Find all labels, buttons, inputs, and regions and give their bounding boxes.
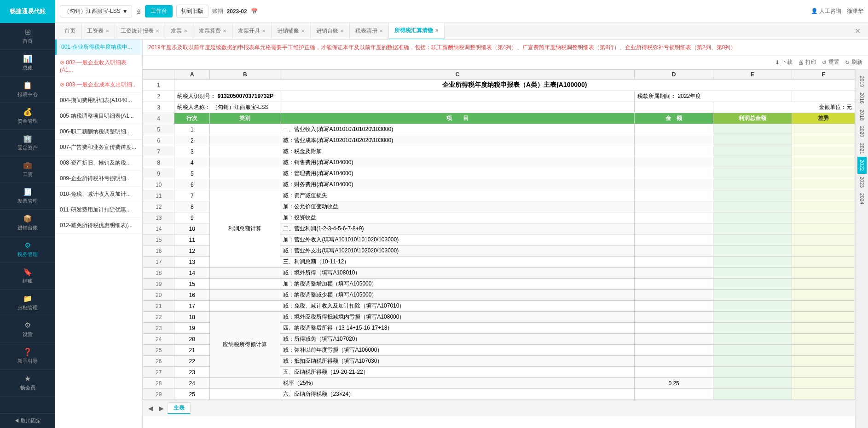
company-selector[interactable]: （勾销）江西服宝-LSS ▼ (60, 5, 132, 17)
row-num-3: 3 (143, 102, 174, 113)
left-panel-item-004[interactable]: 004-期间费用明细表(A1040... (55, 93, 142, 108)
tab-invoice-calc[interactable]: 发票算费 ✕ (193, 23, 232, 40)
year-2022[interactable]: 2022 (857, 157, 867, 173)
sidebar-item-tax[interactable]: ⚙ 税务管理 (0, 236, 55, 263)
tab-label: 发票开具 (238, 27, 260, 35)
tab-close-icon[interactable]: ✕ (105, 29, 109, 34)
col-c: C (280, 70, 635, 80)
col-e: E (713, 70, 792, 80)
left-panel-item-012[interactable]: 012-减免所得税优惠明细表(... (55, 218, 142, 234)
sidebar-item-close[interactable]: 🔖 结账 (0, 263, 55, 290)
sidebar-unpin[interactable]: ◀ 取消固定 (0, 413, 55, 428)
left-panel-item-005[interactable]: 005-纳税调整项目明细表(A1... (55, 108, 142, 124)
period-label: 账期 (212, 7, 223, 15)
tab-tax-table[interactable]: 税表清册 ✕ (350, 23, 389, 40)
tab-label: 税表清册 (355, 27, 377, 35)
sidebar-item-assets[interactable]: 🏢 固定资产 (0, 130, 55, 156)
tax-period-label: 税款所属期间： 2022年度 (635, 91, 792, 102)
sidebar-item-report[interactable]: 📋 报表中心 (0, 76, 55, 103)
year-2024[interactable]: 2024 (857, 190, 867, 207)
left-panel-item-007[interactable]: 007-广告费和业务宣传费跨度... (55, 140, 142, 155)
year-2023[interactable]: 2023 (857, 174, 867, 190)
spreadsheet-container[interactable]: A B C D E F (143, 69, 855, 428)
tab-close-icon[interactable]: ✕ (379, 29, 383, 34)
sidebar-item-member[interactable]: ★ 畅会员 (0, 370, 55, 396)
close-all-tabs[interactable]: ✕ (851, 27, 864, 35)
header-col-profit: 利润总金额 (713, 113, 792, 124)
sidebar-item-home[interactable]: ⊞ 首页 (0, 23, 55, 50)
sidebar-item-guide[interactable]: ❓ 新手引导 (0, 343, 55, 370)
tab-purchase-ledger[interactable]: 进销台账 ✕ (311, 23, 350, 40)
category-profit-calc: 利润总额计算 (210, 190, 280, 268)
print-button[interactable]: 🖨 打印 (798, 58, 816, 66)
left-panel-item-009[interactable]: 009-企业所得税补亏损明细... (55, 171, 142, 187)
tab-close-icon[interactable]: ✕ (435, 28, 439, 33)
year-2020[interactable]: 2020 (857, 123, 867, 140)
left-panel-item-010[interactable]: 010-免税、减计收入及加计... (55, 187, 142, 202)
user-service[interactable]: 👤 人工咨询 (811, 7, 841, 15)
download-button[interactable]: ⬇ 下载 (775, 58, 793, 66)
tab-close-icon[interactable]: ✕ (301, 29, 305, 34)
left-panel-item-001[interactable]: 001-企业所得税年度纳税申... (55, 40, 142, 55)
tab-purchase-sub[interactable]: 进销辅账 ✕ (272, 23, 311, 40)
home-icon: ⊞ (25, 28, 31, 36)
row-num-2: 2 (143, 91, 174, 102)
col-rownum (143, 70, 174, 80)
switch-version-button[interactable]: 切到旧版 (176, 5, 208, 18)
sidebar-item-label: 报表中心 (17, 91, 38, 98)
year-2021[interactable]: 2021 (857, 140, 867, 157)
year-2016[interactable]: 2016 (857, 90, 867, 106)
tab-salary[interactable]: 工资表 ✕ (81, 23, 115, 40)
info-row-taxpayername: 3 纳税人名称： （勾销）江西服宝-LSS 金额单位：元 (143, 102, 855, 113)
calendar-icon[interactable]: 📅 (251, 8, 258, 15)
tab-close-icon[interactable]: ✕ (156, 29, 159, 34)
left-panel-item-008[interactable]: 008-资产折旧、摊销及纳税... (55, 155, 142, 171)
sidebar-item-label: 资金管理 (17, 118, 38, 125)
left-panel-item-002[interactable]: ⊘ 002-一般企业收入明细表(A1... (55, 55, 142, 77)
sidebar-item-inventory[interactable]: 📦 进销台账 (0, 210, 55, 236)
sidebar-item-salary[interactable]: 💼 工资 (0, 156, 55, 183)
sidebar-item-settings[interactable]: ⚙ 设置 (0, 316, 55, 343)
left-panel-item-011[interactable]: 011-研发费用加计扣除优惠... (55, 202, 142, 218)
sidebar-item-archive[interactable]: 📁 归档管理 (0, 290, 55, 316)
tab-close-icon[interactable]: ✕ (340, 29, 344, 34)
close-period-icon: 🔖 (23, 268, 32, 276)
workbench-button[interactable]: 工作台 (145, 5, 173, 17)
left-panel-item-006[interactable]: 006-职工薪酬纳税调整明细... (55, 124, 142, 140)
table-row: 11 7 利润总额计算 减：资产减值损失 (143, 190, 855, 201)
reset-button[interactable]: ↺ 重置 (822, 58, 839, 66)
info-row-taxpayerid: 2 纳税人识别号： 91320500703719732P 税款所属期间： 202… (143, 91, 855, 102)
tab-close-icon[interactable]: ✕ (223, 29, 226, 34)
print-icon[interactable]: 🖨 (136, 8, 141, 15)
refresh-button[interactable]: ↻ 刷新 (845, 58, 862, 66)
tab-close-icon[interactable]: ✕ (262, 29, 266, 34)
sheet-nav-right[interactable]: ▶ (157, 404, 166, 413)
app-container: 畅捷通易代账 ⊞ 首页 📊 总账 📋 报表中心 💰 资金管理 🏢 固定资产 💼 … (0, 0, 868, 428)
settings-icon: ⚙ (24, 321, 31, 330)
table-row: 19 15 加：纳税调整增加额（填写A105000） (143, 279, 855, 290)
table-row: 22 18 应纳税所得额计算 减：境外应税所得抵减境内亏损（填写A108000） (143, 312, 855, 323)
tab-income-tax[interactable]: 所得税汇算清缴 ✕ (389, 23, 445, 40)
print-icon: 🖨 (798, 59, 804, 66)
sidebar-item-label: 工资 (23, 171, 33, 178)
tab-salary-stats[interactable]: 工资统计报表 ✕ (115, 23, 165, 40)
sidebar-item-finance[interactable]: 💰 资金管理 (0, 103, 55, 130)
sheet-nav-left[interactable]: ◀ (146, 404, 155, 413)
top-bar-right: 👤 人工咨询 徐泽华 (811, 7, 863, 15)
company-name: （勾销）江西服宝-LSS (64, 7, 121, 15)
currency-label: 金额单位：元 (713, 102, 855, 113)
tab-invoice-issue[interactable]: 发票开具 ✕ (232, 23, 272, 40)
tab-close-icon[interactable]: ✕ (184, 29, 187, 34)
tab-invoice[interactable]: 发票 ✕ (165, 23, 193, 40)
tab-home[interactable]: 首页 (59, 23, 81, 40)
toolbar: ⬇ 下载 🖨 打印 ↺ 重置 ↻ 刷新 (143, 56, 868, 69)
left-panel-item-003[interactable]: ⊘ 003-一般企业成本支出明细... (55, 77, 142, 93)
sidebar-item-invoice[interactable]: 🧾 发票管理 (0, 183, 55, 210)
sidebar-item-ledger[interactable]: 📊 总账 (0, 50, 55, 76)
year-2019[interactable]: 2019 (857, 73, 867, 90)
header-col-category: 类别 (210, 113, 280, 124)
table-row: 8 4 减：销售费用(填写A104000) (143, 157, 855, 168)
content-area: 001-企业所得税年度纳税申... ⊘ 002-一般企业收入明细表(A1... … (55, 40, 868, 428)
sheet-tab-main[interactable]: 主表 (168, 402, 191, 414)
year-2018[interactable]: 2018 (857, 107, 867, 123)
